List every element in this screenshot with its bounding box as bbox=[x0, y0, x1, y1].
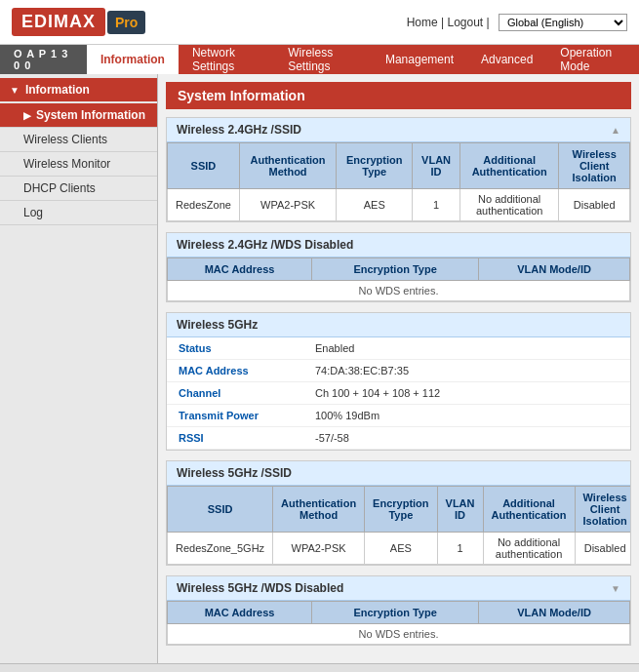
section-wireless-5ghz-ssid: Wireless 5GHz /SSID SSID Authentication … bbox=[166, 460, 631, 566]
table-row-no-entries: No WDS entries. bbox=[168, 624, 630, 645]
cell-auth-5g: WPA2-PSK bbox=[273, 533, 365, 565]
value-mac: 74:DA:38:EC:B7:35 bbox=[303, 360, 630, 382]
col-isolation: Wireless Client Isolation bbox=[559, 143, 630, 189]
scroll-down-btn[interactable]: ▼ bbox=[611, 583, 620, 594]
col-ssid: SSID bbox=[168, 143, 240, 189]
section-wireless-24-wds: Wireless 2.4GHz /WDS Disabled MAC Addres… bbox=[166, 232, 631, 302]
header: EDIMAX Pro Home | Logout | Global (Engli… bbox=[0, 0, 639, 45]
label-txpower: Transmit Power bbox=[167, 405, 303, 427]
content: System Information Wireless 2.4GHz /SSID… bbox=[158, 74, 639, 663]
section-wireless-5ghz-wds: Wireless 5GHz /WDS Disabled ▼ MAC Addres… bbox=[166, 575, 631, 646]
logout-link[interactable]: Logout bbox=[447, 16, 483, 29]
logo-area: EDIMAX Pro bbox=[12, 8, 145, 36]
nav-wireless-settings[interactable]: Wireless Settings bbox=[274, 45, 372, 74]
label-mac: MAC Address bbox=[167, 360, 303, 382]
col-vlan-id: VLAN ID bbox=[413, 143, 460, 189]
sidebar-item-log[interactable]: Log bbox=[0, 201, 157, 225]
cell-add-auth-5g: No additional authentication bbox=[483, 533, 575, 565]
table-row-no-entries: No WDS entries. bbox=[168, 281, 630, 301]
logo-pro: Pro bbox=[107, 11, 145, 34]
section-wireless-24-ssid: Wireless 2.4GHz /SSID ▲ SSID Authenticat… bbox=[166, 117, 631, 222]
col-auth-method: Authentication Method bbox=[239, 143, 336, 189]
wds-table-5ghz: MAC Address Encryption Type VLAN Mode/ID… bbox=[167, 601, 630, 645]
nav-operation-mode[interactable]: Operation Mode bbox=[546, 45, 639, 74]
col-add-auth: Additional Authentication bbox=[459, 143, 558, 189]
cell-auth: WPA2-PSK bbox=[239, 189, 336, 221]
cell-ssid-5g: RedesZone_5GHz bbox=[168, 533, 273, 565]
table-row: MAC Address 74:DA:38:EC:B7:35 bbox=[167, 360, 630, 382]
section-header-5ghz-wds: Wireless 5GHz /WDS Disabled ▼ bbox=[167, 576, 630, 601]
cell-vlan-5g: 1 bbox=[437, 533, 483, 565]
nav-information[interactable]: Information bbox=[87, 45, 179, 74]
section-header-5ghz-ssid: Wireless 5GHz /SSID bbox=[167, 461, 630, 486]
sidebar: ▼ Information ▶System Information Wirele… bbox=[0, 74, 158, 663]
table-row: RedesZone WPA2-PSK AES 1 No additional a… bbox=[168, 189, 630, 221]
sidebar-item-dhcp-clients[interactable]: DHCP Clients bbox=[0, 177, 157, 201]
nav-management[interactable]: Management bbox=[372, 45, 467, 74]
cell-ssid: RedesZone bbox=[168, 189, 240, 221]
sidebar-section-information: ▼ Information bbox=[0, 78, 157, 101]
wds-table-24: MAC Address Encryption Type VLAN Mode/ID… bbox=[167, 257, 630, 301]
col-ssid-5g: SSID bbox=[168, 487, 273, 533]
item-arrow: ▶ bbox=[23, 110, 31, 121]
col-enc-5g: Encryption Type bbox=[365, 487, 437, 533]
scroll-up-btn[interactable]: ▲ bbox=[611, 125, 620, 136]
label-rssi: RSSI bbox=[167, 427, 303, 450]
table-row: RSSI -57/-58 bbox=[167, 427, 630, 450]
page-title: System Information bbox=[166, 82, 631, 109]
col-isolation-5g: Wireless Client Isolation bbox=[575, 487, 631, 533]
table-row: Status Enabled bbox=[167, 337, 630, 360]
label-status: Status bbox=[167, 337, 303, 360]
home-link[interactable]: Home bbox=[407, 16, 438, 29]
language-select[interactable]: Global (English) Chinese (Traditional) C… bbox=[499, 14, 627, 31]
footer: Copyright 2017 © EDIMAX Technology Co., … bbox=[0, 663, 639, 672]
sidebar-item-wireless-clients[interactable]: Wireless Clients bbox=[0, 128, 157, 152]
cell-isolation-5g: Disabled bbox=[575, 533, 631, 565]
section-title-5ghz-ssid: Wireless 5GHz /SSID bbox=[177, 466, 292, 480]
separator1: | bbox=[441, 16, 444, 29]
section-title-24-wds: Wireless 2.4GHz /WDS Disabled bbox=[177, 238, 353, 252]
col-vlan-mode: VLAN Mode/ID bbox=[479, 258, 630, 281]
sidebar-section-label: Information bbox=[25, 83, 90, 97]
col-mac-5g: MAC Address bbox=[168, 602, 312, 624]
section-arrow: ▼ bbox=[10, 85, 20, 96]
separator2: | bbox=[487, 16, 490, 29]
col-enc-wds-5g: Encryption Type bbox=[312, 602, 479, 624]
top-links: Home | Logout | Global (English) Chinese… bbox=[407, 14, 627, 31]
col-enc-type: Encryption Type bbox=[337, 143, 413, 189]
sidebar-item-system-information[interactable]: ▶System Information bbox=[0, 103, 157, 128]
navbar: O A P 1 3 0 0 Information Network Settin… bbox=[0, 45, 639, 74]
cell-isolation: Disabled bbox=[559, 189, 630, 221]
col-vlan-wds-5g: VLAN Mode/ID bbox=[479, 602, 630, 624]
ssid-table-5ghz: SSID Authentication Method Encryption Ty… bbox=[167, 486, 631, 565]
col-auth-5g: Authentication Method bbox=[273, 487, 365, 533]
cell-enc-5g: AES bbox=[365, 533, 437, 565]
no-entries-text-5g: No WDS entries. bbox=[168, 624, 630, 645]
section-header-5ghz: Wireless 5GHz bbox=[167, 313, 630, 337]
value-status: Enabled bbox=[303, 337, 630, 360]
col-vlan-5g: VLAN ID bbox=[437, 487, 483, 533]
nav-advanced[interactable]: Advanced bbox=[467, 45, 546, 74]
section-title-5ghz: Wireless 5GHz bbox=[177, 318, 258, 332]
table-row: Channel Ch 100 + 104 + 108 + 112 bbox=[167, 382, 630, 405]
col-add-auth-5g: Additional Authentication bbox=[483, 487, 575, 533]
section-wireless-5ghz: Wireless 5GHz Status Enabled MAC Address… bbox=[166, 312, 631, 451]
logo-edimax: EDIMAX bbox=[12, 8, 105, 36]
value-channel: Ch 100 + 104 + 108 + 112 bbox=[303, 382, 630, 405]
sidebar-item-wireless-monitor[interactable]: Wireless Monitor bbox=[0, 152, 157, 177]
label-channel: Channel bbox=[167, 382, 303, 405]
nav-network-settings[interactable]: Network Settings bbox=[179, 45, 274, 74]
device-label: O A P 1 3 0 0 bbox=[0, 45, 87, 74]
cell-enc: AES bbox=[337, 189, 413, 221]
section-header-24-wds: Wireless 2.4GHz /WDS Disabled bbox=[167, 233, 630, 257]
value-txpower: 100% 19dBm bbox=[303, 405, 630, 427]
cell-add-auth: No additional authentication bbox=[459, 189, 558, 221]
ssid-table-24: SSID Authentication Method Encryption Ty… bbox=[167, 142, 630, 221]
table-row: RedesZone_5GHz WPA2-PSK AES 1 No additio… bbox=[168, 533, 632, 565]
main-layout: ▼ Information ▶System Information Wirele… bbox=[0, 74, 639, 663]
table-row: Transmit Power 100% 19dBm bbox=[167, 405, 630, 427]
info-table-5ghz: Status Enabled MAC Address 74:DA:38:EC:B… bbox=[167, 337, 630, 450]
cell-vlan: 1 bbox=[413, 189, 460, 221]
col-mac: MAC Address bbox=[168, 258, 312, 281]
section-title-24-ssid: Wireless 2.4GHz /SSID bbox=[177, 123, 301, 137]
